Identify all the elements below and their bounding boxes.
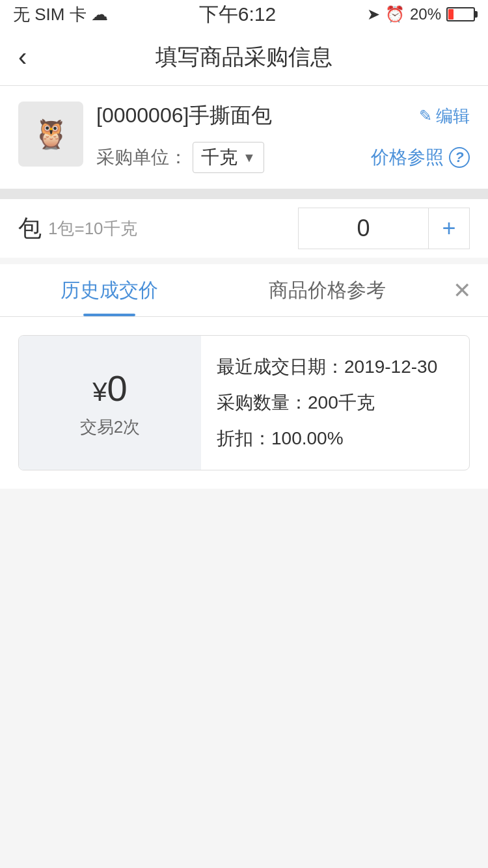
purchase-unit-row: 采购单位： 千克 ▼ 价格参照 ? [96,142,470,173]
purchase-quantity-value: 200千克 [308,392,375,413]
unit-select[interactable]: 千克 ▼ [193,142,264,173]
battery-percent: 20% [410,5,441,23]
price-card-left: ¥0 交易2次 [19,336,201,470]
discount-label: 折扣： [217,428,271,448]
recent-date-label: 最近成交日期： [217,357,344,377]
purchase-unit-label: 采购单位： [96,145,187,170]
product-info: [0000006]手撕面包 ✎ 编辑 采购单位： 千克 ▼ 价格参照 ? [96,102,470,173]
product-image: 🦉 [18,102,83,167]
status-time: 下午6:12 [199,1,276,28]
edit-label: 编辑 [436,105,470,128]
tab-close-button[interactable]: ✕ [436,264,488,316]
battery-icon [446,7,475,21]
discount-value: 100.00% [271,428,344,448]
quantity-plus-button[interactable]: + [428,208,470,249]
edit-icon: ✎ [419,107,432,125]
product-logo-icon: 🦉 [33,117,69,151]
nav-bar: ‹ 填写商品采购信息 [0,29,488,86]
quantity-unit: 包 [18,213,42,245]
back-button[interactable]: ‹ [18,42,27,72]
quantity-label-box: 包 1包=10千克 [18,213,137,245]
quantity-input-area: + [150,208,470,249]
price-display: ¥0 [92,367,127,409]
recent-date-row: 最近成交日期：2019-12-30 [217,354,454,379]
unit-arrow-icon: ▼ [243,150,256,165]
product-card: 🦉 [0000006]手撕面包 ✎ 编辑 采购单位： 千克 ▼ 价格参照 ? [0,86,488,189]
edit-button[interactable]: ✎ 编辑 [419,105,470,128]
product-title-row: [0000006]手撕面包 ✎ 编辑 [96,102,470,130]
price-amount: 0 [107,368,128,409]
price-ref-label: 价格参照 [371,145,444,170]
tab-active-underline [83,314,135,316]
price-card: ¥0 交易2次 最近成交日期：2019-12-30 采购数量：200千克 折扣：… [18,335,470,470]
unit-value: 千克 [201,145,237,170]
status-right: ➤ ⏰ 20% [367,5,475,23]
tab-product-price-ref[interactable]: 商品价格参考 [218,264,436,316]
quantity-input[interactable] [298,208,428,249]
tab-history-price[interactable]: 历史成交价 [0,264,218,316]
price-card-right: 最近成交日期：2019-12-30 采购数量：200千克 折扣：100.00% [201,336,469,470]
price-card-container: ¥0 交易2次 最近成交日期：2019-12-30 采购数量：200千克 折扣：… [0,317,488,489]
quantity-row: 包 1包=10千克 + [0,199,488,258]
product-name: [0000006]手撕面包 [96,102,272,130]
page-title: 填写商品采购信息 [156,42,332,72]
status-bar: 无 SIM 卡 ☁ 下午6:12 ➤ ⏰ 20% [0,0,488,29]
tab-history-price-label: 历史成交价 [61,277,158,304]
section-divider [0,189,488,199]
main-content [0,489,488,868]
purchase-quantity-row: 采购数量：200千克 [217,390,454,415]
price-ref-help-icon: ? [449,147,470,168]
currency-symbol: ¥ [92,377,107,406]
alarm-icon: ⏰ [385,5,405,23]
tabs-container: 历史成交价 商品价格参考 ✕ ¥0 交易2次 最近成交日期：2019-12-30… [0,264,488,489]
quantity-unit-note: 1包=10千克 [48,217,137,240]
trades-label: 交易2次 [80,416,140,439]
recent-date-value: 2019-12-30 [344,357,437,377]
status-left: 无 SIM 卡 ☁ [13,3,108,26]
purchase-quantity-label: 采购数量： [217,392,308,413]
tab-product-price-ref-label: 商品价格参考 [269,277,386,304]
discount-row: 折扣：100.00% [217,426,454,451]
location-icon: ➤ [367,5,380,23]
price-ref-button[interactable]: 价格参照 ? [371,145,470,170]
tabs-header: 历史成交价 商品价格参考 ✕ [0,264,488,317]
